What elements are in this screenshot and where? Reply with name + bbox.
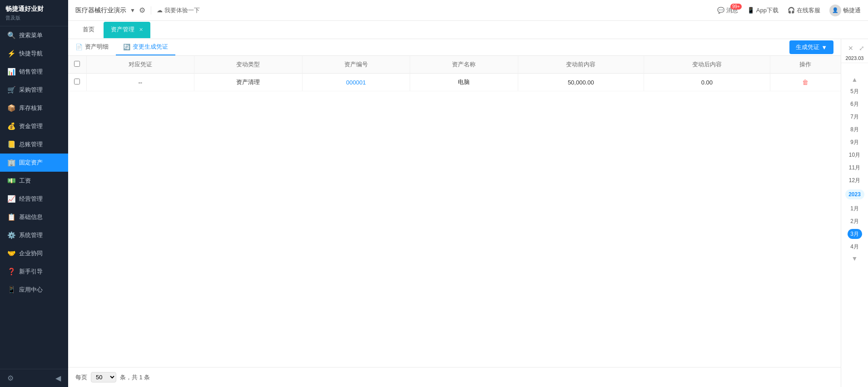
content-inner: 📄 资产明细 🔄 变更生成凭证 生成凭证 ▼	[68, 39, 841, 387]
user-name: 畅捷通	[843, 6, 861, 15]
month-6-btn[interactable]: 6月	[848, 99, 862, 109]
sidebar-item-label-inventory: 库存核算	[19, 104, 43, 112]
per-page-label: 每页	[75, 373, 87, 382]
panel-down-btn[interactable]: ▼	[850, 253, 860, 264]
sidebar-item-funds[interactable]: 💰资金管理	[0, 117, 68, 135]
sidebar-item-label-payroll: 工资	[19, 177, 31, 185]
header-voucher: 对应凭证	[86, 56, 194, 74]
logo-title: 畅捷通好业财	[5, 5, 44, 14]
sidebar-item-label-system: 系统管理	[19, 231, 43, 239]
company-dropdown-icon[interactable]: ▼	[130, 7, 135, 14]
sidebar-nav: 🔍搜索菜单⚡快捷导航📊销售管理🛒采购管理📦库存核算💰资金管理📒总账管理🏢固定资产…	[0, 26, 68, 369]
message-btn[interactable]: 💬 消息 99+	[717, 6, 738, 15]
month-9-btn[interactable]: 9月	[848, 137, 862, 147]
nav-tabs: 首页 资产管理 ✕	[68, 21, 868, 39]
header-after-change: 变动后内容	[644, 56, 770, 74]
month-11-btn[interactable]: 11月	[848, 163, 862, 173]
change-voucher-icon: 🔄	[123, 44, 130, 50]
sidebar-item-enterprise[interactable]: 🤝企业协同	[0, 244, 68, 263]
month-2023-3-btn[interactable]: 3月	[848, 229, 862, 239]
app-download-btn[interactable]: 📱 App下载	[747, 6, 779, 15]
online-service-btn[interactable]: 🎧 在线客服	[788, 6, 820, 15]
main-area: 医疗器械行业演示 ▼ ⚙ ☁ 我要体验一下 💬 消息 99+ 📱 App下载 🎧…	[68, 0, 868, 387]
year-2023-btn[interactable]: 2023	[845, 189, 864, 199]
sidebar-item-fixed-assets[interactable]: 🏢固定资产	[0, 154, 68, 172]
collapse-icon[interactable]: ◀	[55, 374, 61, 382]
sidebar-item-label-basic-info: 基础信息	[19, 213, 43, 221]
app-center-icon: 📱	[7, 286, 15, 294]
month-11: 11月	[841, 161, 868, 174]
sidebar-item-app-center[interactable]: 📱应用中心	[0, 281, 68, 299]
table-row: -- 资产清理 000001 电脑 50,000.00 0.00 🗑	[68, 74, 841, 91]
purchase-icon: 🛒	[7, 86, 15, 94]
tab-close-icon[interactable]: ✕	[139, 27, 143, 32]
sidebar-item-label-search: 搜索菜单	[19, 31, 43, 40]
delete-btn-0[interactable]: 🗑	[802, 79, 808, 86]
per-page-select[interactable]: 10 20 50 100	[91, 372, 116, 382]
month-7-btn[interactable]: 7月	[848, 112, 862, 122]
sidebar: 畅捷通好业财 普及版 🔍搜索菜单⚡快捷导航📊销售管理🛒采购管理📦库存核算💰资金管…	[0, 0, 68, 387]
header-checkbox-cell	[68, 56, 86, 74]
sidebar-item-purchase[interactable]: 🛒采购管理	[0, 81, 68, 99]
month-5: 5月	[841, 85, 868, 98]
panel-expand-btn[interactable]: ⤢	[857, 43, 866, 54]
content-area: 📄 资产明细 🔄 变更生成凭证 生成凭证 ▼	[68, 39, 868, 387]
right-panel: ✕ ⤢ 2023.03 ▲ 5月 6月 7月 8月	[841, 39, 868, 387]
panel-up-btn[interactable]: ▲	[850, 74, 860, 85]
select-all-checkbox[interactable]	[74, 61, 80, 67]
month-10-btn[interactable]: 10月	[848, 150, 862, 160]
message-badge: 99+	[730, 4, 742, 10]
month-2023-2-btn[interactable]: 2月	[848, 216, 862, 226]
user-area[interactable]: 👤 畅捷通	[829, 5, 861, 16]
service-icon: 🎧	[788, 7, 795, 14]
sidebar-item-inventory[interactable]: 📦库存核算	[0, 99, 68, 117]
month-9: 9月	[841, 136, 868, 149]
logo-subtitle: 普及版	[5, 15, 20, 21]
sub-tab-change-voucher[interactable]: 🔄 变更生成凭证	[116, 39, 175, 55]
sales-icon: 📊	[7, 68, 15, 76]
ledger-icon: 📒	[7, 140, 15, 149]
row-voucher-0: --	[86, 74, 194, 91]
sidebar-item-tutorial[interactable]: ❓新手引导	[0, 263, 68, 281]
tab-asset-mgmt[interactable]: 资产管理 ✕	[104, 22, 150, 38]
row-operation-0: 🗑	[770, 74, 841, 91]
month-12: 12月	[841, 174, 868, 187]
experience-btn[interactable]: ☁ 我要体验一下	[157, 6, 200, 15]
sub-tab-asset-detail[interactable]: 📄 资产明细	[68, 39, 116, 55]
sidebar-item-basic-info[interactable]: 📋基础信息	[0, 208, 68, 226]
generate-voucher-btn[interactable]: 生成凭证 ▼	[789, 40, 833, 54]
sidebar-item-system[interactable]: ⚙️系统管理	[0, 226, 68, 244]
topbar: 医疗器械行业演示 ▼ ⚙ ☁ 我要体验一下 💬 消息 99+ 📱 App下载 🎧…	[68, 0, 868, 21]
sidebar-item-search[interactable]: 🔍搜索菜单	[0, 26, 68, 45]
sidebar-logo: 畅捷通好业财 普及版	[0, 0, 68, 26]
row-checkbox-0[interactable]	[74, 79, 80, 84]
inventory-icon: 📦	[7, 104, 15, 112]
month-8-btn[interactable]: 8月	[848, 124, 862, 134]
month-5-btn[interactable]: 5月	[848, 86, 862, 96]
topbar-left: 医疗器械行业演示 ▼ ⚙ ☁ 我要体验一下	[75, 6, 200, 15]
tab-home[interactable]: 首页	[75, 22, 102, 38]
month-7: 7月	[841, 110, 868, 123]
month-2023-3: 3月	[841, 228, 868, 240]
table-body: -- 资产清理 000001 电脑 50,000.00 0.00 🗑	[68, 74, 841, 91]
experience-label: 我要体验一下	[164, 6, 200, 15]
experience-icon: ☁	[157, 7, 163, 14]
month-2023-4-btn[interactable]: 4月	[848, 242, 862, 252]
sidebar-item-payroll[interactable]: 💵工资	[0, 172, 68, 190]
table-footer: 每页 10 20 50 100 条，共 1 条	[68, 367, 841, 387]
search-icon: 🔍	[7, 31, 15, 40]
panel-header-btns: ✕ ⤢	[841, 41, 868, 55]
sidebar-item-operations[interactable]: 📈经营管理	[0, 190, 68, 208]
topbar-right: 💬 消息 99+ 📱 App下载 🎧 在线客服 👤 畅捷通	[717, 5, 861, 16]
online-service-label: 在线客服	[797, 6, 820, 15]
sidebar-item-ledger[interactable]: 📒总账管理	[0, 135, 68, 154]
month-12-btn[interactable]: 12月	[848, 175, 862, 185]
system-icon: ⚙️	[7, 231, 15, 239]
panel-close-btn[interactable]: ✕	[846, 43, 855, 54]
sidebar-item-sales[interactable]: 📊销售管理	[0, 63, 68, 81]
topbar-settings-icon[interactable]: ⚙	[139, 6, 145, 15]
dropdown-arrow-icon: ▼	[821, 44, 827, 51]
month-2023-1-btn[interactable]: 1月	[848, 203, 862, 213]
settings-icon[interactable]: ⚙	[7, 374, 14, 382]
sidebar-item-quick-nav[interactable]: ⚡快捷导航	[0, 45, 68, 63]
